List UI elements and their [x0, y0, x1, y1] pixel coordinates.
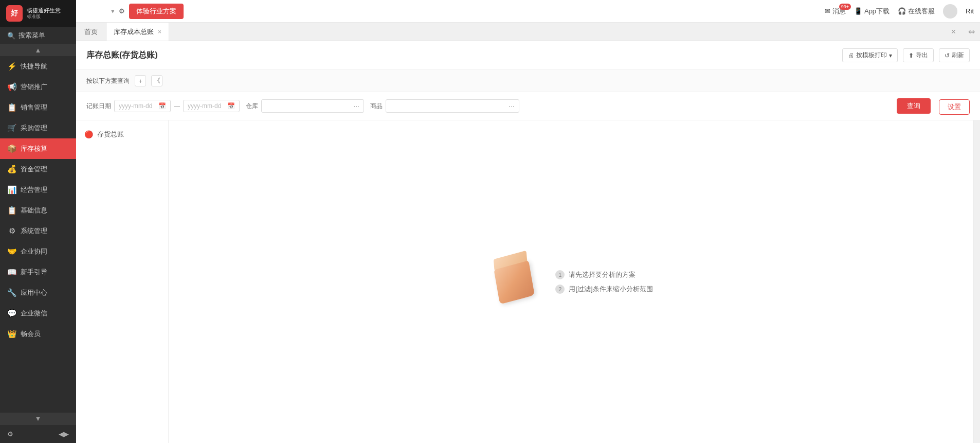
date-end-input[interactable]: yyyy-mm-dd 📅: [183, 100, 240, 112]
app-logo: 好 畅捷通好生意 标准版: [0, 0, 76, 27]
empty-inner: 1 请先选择要分析的方案 2 用[过滤]条件来缩小分析范围: [488, 256, 652, 308]
query-btn[interactable]: 查询: [897, 98, 931, 114]
export-btn[interactable]: ⬆ 导出: [903, 48, 934, 62]
warehouse-select[interactable]: ···: [261, 99, 364, 113]
date-label: 记账日期: [86, 102, 111, 111]
search-icon: 🔍: [7, 32, 15, 40]
export-icon: ⬆: [909, 52, 914, 59]
industry-btn[interactable]: 体验行业方案: [129, 4, 184, 19]
sidebar-scroll-up[interactable]: ▲: [0, 44, 76, 56]
empty-tips: 1 请先选择要分析的方案 2 用[过滤]条件来缩小分析范围: [555, 270, 652, 294]
date-separator: —: [174, 102, 180, 110]
refresh-btn[interactable]: ↺ 刷新: [939, 48, 970, 62]
print-btn[interactable]: 🖨 按模板打印 ▾: [842, 48, 898, 62]
vip-icon: 👑: [7, 329, 16, 339]
tab-inventory-ledger[interactable]: 库存成本总账 ×: [106, 23, 169, 41]
sidebar-item-sales[interactable]: 📋 销售管理: [0, 97, 76, 118]
left-panel: 🔴 存货总账: [76, 120, 169, 443]
scheme-item-inventory-ledger[interactable]: 🔴 存货总账: [76, 126, 168, 143]
tab-close-all-btn[interactable]: ×: [944, 27, 963, 37]
sidebar-item-system[interactable]: ⚙ 系统管理: [0, 221, 76, 241]
warehouse-filter-group: 仓库 ···: [246, 99, 364, 113]
content-area: 🔴 存货总账 1: [76, 120, 980, 443]
settings-icon[interactable]: ⚙: [7, 430, 13, 438]
product-select[interactable]: ···: [386, 99, 519, 113]
empty-area: 1 请先选择要分析的方案 2 用[过滤]条件来缩小分析范围: [169, 120, 973, 443]
box-shape: [494, 259, 535, 304]
page-content: 库存总账(存货总账) 🖨 按模板打印 ▾ ⬆ 导出 ↺ 刷新: [76, 41, 980, 443]
finance-icon: 💰: [7, 165, 16, 174]
page-title: 库存总账(存货总账): [86, 50, 158, 61]
warehouse-label: 仓库: [246, 102, 258, 111]
sidebar-item-vip[interactable]: 👑 畅会员: [0, 324, 76, 344]
print-dropdown-icon[interactable]: ▾: [889, 52, 892, 59]
tab-close-icon[interactable]: ×: [158, 28, 161, 36]
tip-item-1: 1 请先选择要分析的方案: [555, 270, 652, 279]
page-header: 库存总账(存货总账) 🖨 按模板打印 ▾ ⬆ 导出 ↺ 刷新: [76, 41, 980, 70]
sidebar-item-purchase[interactable]: 🛒 采购管理: [0, 118, 76, 138]
product-more-icon[interactable]: ···: [509, 102, 515, 110]
logo-icon: 好: [6, 5, 23, 22]
app-icon: 📱: [854, 7, 862, 15]
filter-collapse-btn[interactable]: 《: [151, 75, 162, 86]
sidebar-nav: ⚡ 快捷导航 📢 营销推广 📋 销售管理 🛒 采购管理 📦 库存核算 💰 资金管…: [0, 56, 76, 413]
topbar-left: ▾ ⚙ 体验行业方案: [82, 4, 821, 19]
sidebar-item-quick-nav[interactable]: ⚡ 快捷导航: [0, 56, 76, 77]
warehouse-more-icon[interactable]: ···: [353, 102, 359, 110]
quick-nav-icon: ⚡: [7, 62, 16, 71]
sidebar-item-marketing[interactable]: 📢 营销推广: [0, 77, 76, 97]
topbar-app-download[interactable]: 📱 App下载: [854, 7, 890, 16]
date-filter-group: 记账日期 yyyy-mm-dd 📅 — yyyy-mm-dd 📅: [86, 100, 240, 112]
empty-illustration: [488, 256, 540, 308]
right-resize-panel[interactable]: [973, 120, 980, 443]
filter-label: 按以下方案查询: [86, 77, 130, 85]
product-filter-group: 商品 ···: [370, 99, 519, 113]
topbar-search-text: [82, 7, 107, 15]
page-header-actions: 🖨 按模板打印 ▾ ⬆ 导出 ↺ 刷新: [842, 48, 970, 62]
sidebar-item-basic[interactable]: 📋 基础信息: [0, 200, 76, 221]
tab-expand-icon[interactable]: ⇔: [963, 27, 980, 37]
marketing-icon: 📢: [7, 82, 16, 92]
query-area: 记账日期 yyyy-mm-dd 📅 — yyyy-mm-dd 📅 仓库: [76, 92, 980, 120]
main-content: ▾ ⚙ 体验行业方案 ✉ 消息 99+ 📱 App下载 🎧 在线客服 Rit: [76, 0, 980, 443]
search-menu[interactable]: 🔍 搜索菜单: [0, 27, 76, 44]
user-name: Rit: [966, 7, 974, 15]
topbar-right: ✉ 消息 99+ 📱 App下载 🎧 在线客服 Rit: [825, 4, 974, 19]
topbar-dropdown-icon[interactable]: ▾: [111, 7, 115, 15]
sidebar-item-appstore[interactable]: 🔧 应用中心: [0, 282, 76, 303]
sidebar-item-newbie[interactable]: 📖 新手引导: [0, 262, 76, 282]
inventory-icon: 📦: [7, 144, 16, 153]
sidebar-item-inventory[interactable]: 📦 库存核算: [0, 138, 76, 159]
logo-text: 畅捷通好生意 标准版: [27, 7, 61, 20]
sidebar-item-enterprise[interactable]: 🤝 企业协同: [0, 241, 76, 262]
service-icon: 🎧: [898, 7, 906, 15]
settings-btn[interactable]: 设置: [939, 99, 970, 115]
topbar-search[interactable]: [82, 7, 107, 15]
topbar-msg[interactable]: ✉ 消息 99+: [825, 7, 846, 16]
calendar-end-icon: 📅: [227, 102, 235, 110]
sidebar-item-operations[interactable]: 📊 经营管理: [0, 180, 76, 200]
tabbar: 首页 库存成本总账 × × ⇔: [76, 23, 980, 41]
newbie-icon: 📖: [7, 268, 16, 277]
tab-home[interactable]: 首页: [76, 23, 106, 41]
box-top: [494, 250, 528, 269]
topbar-gear-icon[interactable]: ⚙: [119, 7, 125, 15]
print-icon: 🖨: [848, 52, 854, 59]
user-avatar[interactable]: [943, 4, 957, 19]
scheme-icon: 🔴: [84, 130, 93, 138]
operations-icon: 📊: [7, 185, 16, 194]
sidebar-item-finance[interactable]: 💰 资金管理: [0, 159, 76, 180]
filter-add-btn[interactable]: +: [135, 75, 146, 86]
date-start-input[interactable]: yyyy-mm-dd 📅: [114, 100, 171, 112]
sidebar-scroll-down[interactable]: ▼: [0, 413, 76, 424]
sidebar: 好 畅捷通好生意 标准版 🔍 搜索菜单 ▲ ⚡ 快捷导航 📢 营销推广 📋 销售…: [0, 0, 76, 443]
system-icon: ⚙: [7, 226, 16, 236]
collapse-icon[interactable]: ◀▶: [59, 430, 69, 438]
sidebar-item-wechat[interactable]: 💬 企业微信: [0, 303, 76, 324]
topbar-service[interactable]: 🎧 在线客服: [898, 7, 935, 16]
topbar: ▾ ⚙ 体验行业方案 ✉ 消息 99+ 📱 App下载 🎧 在线客服 Rit: [76, 0, 980, 23]
appstore-icon: 🔧: [7, 288, 16, 297]
basic-icon: 📋: [7, 206, 16, 215]
wechat-icon: 💬: [7, 309, 16, 318]
refresh-icon: ↺: [945, 52, 950, 59]
